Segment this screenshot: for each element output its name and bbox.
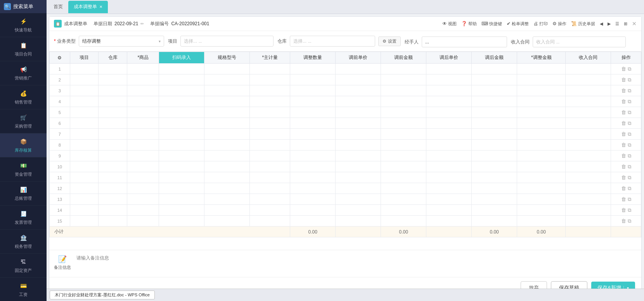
row-4-income[interactable]	[566, 96, 611, 107]
row-14-adj-amount[interactable]	[517, 205, 566, 216]
row-9-after-amount[interactable]	[472, 150, 517, 161]
nav-next-icon[interactable]: ▶	[608, 21, 611, 26]
row-12-before-price[interactable]	[336, 183, 381, 194]
row-13-income[interactable]	[566, 194, 611, 205]
row-7-after-amount[interactable]	[472, 129, 517, 140]
row-2-before-price[interactable]	[336, 74, 381, 85]
row-12-spec[interactable]	[204, 183, 250, 194]
row-11-goods[interactable]	[127, 172, 159, 183]
row-5-project[interactable]	[70, 107, 99, 118]
delete-icon-7[interactable]: 🗑	[621, 131, 626, 137]
copy-icon-6[interactable]: ⧉	[628, 120, 631, 126]
row-2-adj-qty[interactable]	[290, 74, 336, 85]
row-4-goods[interactable]	[127, 96, 159, 107]
row-3-adj-amount[interactable]	[517, 85, 566, 96]
row-6-scan[interactable]	[159, 118, 204, 129]
row-6-before-price[interactable]	[336, 118, 381, 129]
delete-icon-4[interactable]: 🗑	[621, 99, 626, 104]
delete-icon-8[interactable]: 🗑	[621, 142, 626, 148]
row-12-income[interactable]	[566, 183, 611, 194]
row-8-income[interactable]	[566, 140, 611, 150]
row-5-unit[interactable]	[250, 107, 290, 118]
row-4-after-price[interactable]	[426, 96, 472, 107]
row-14-after-price[interactable]	[426, 205, 472, 216]
copy-icon-3[interactable]: ⧉	[628, 88, 631, 94]
row-7-goods[interactable]	[127, 129, 159, 140]
delete-icon-15[interactable]: 🗑	[621, 218, 626, 224]
row-3-income[interactable]	[566, 85, 611, 96]
row-6-before-amount[interactable]	[381, 118, 426, 129]
row-3-after-amount[interactable]	[472, 85, 517, 96]
row-3-scan[interactable]	[159, 85, 204, 96]
row-4-after-amount[interactable]	[472, 96, 517, 107]
row-4-adj-amount[interactable]	[517, 96, 566, 107]
row-1-adj-amount[interactable]	[517, 64, 566, 74]
copy-icon-8[interactable]: ⧉	[628, 142, 631, 148]
settings-button[interactable]: ⚙ 设置	[378, 36, 401, 46]
row-13-unit[interactable]	[250, 194, 290, 205]
row-1-spec[interactable]	[204, 64, 250, 74]
row-6-warehouse[interactable]	[99, 118, 127, 129]
row-3-unit[interactable]	[250, 85, 290, 96]
row-14-after-amount[interactable]	[472, 205, 517, 216]
copy-icon-2[interactable]: ⧉	[628, 77, 631, 83]
row-10-adj-qty[interactable]	[290, 161, 336, 172]
row-4-before-price[interactable]	[336, 96, 381, 107]
row-15-adj-amount[interactable]	[517, 216, 566, 227]
row-4-unit[interactable]	[250, 96, 290, 107]
action-check[interactable]: ✔ 检单调整	[507, 21, 529, 27]
nav-prev-icon[interactable]: ◀	[600, 21, 603, 26]
row-6-goods[interactable]	[127, 118, 159, 129]
sidebar-item-ledger[interactable]: 📊 总账管理	[0, 182, 47, 206]
row-13-scan[interactable]	[159, 194, 204, 205]
row-15-unit[interactable]	[250, 216, 290, 227]
row-8-after-price[interactable]	[426, 140, 472, 150]
row-5-after-price[interactable]	[426, 107, 472, 118]
date-edit-icon[interactable]: ✏	[140, 21, 144, 26]
biz-type-input[interactable]: 结存调整 ▾	[79, 36, 164, 47]
row-7-project[interactable]	[70, 129, 99, 140]
row-15-project[interactable]	[70, 216, 99, 227]
row-5-warehouse[interactable]	[99, 107, 127, 118]
row-9-warehouse[interactable]	[99, 150, 127, 161]
action-history[interactable]: 📜 历史单据	[571, 21, 595, 27]
row-2-after-price[interactable]	[426, 74, 472, 85]
handler-input[interactable]: ...	[422, 36, 507, 47]
row-3-goods[interactable]	[127, 85, 159, 96]
row-5-scan[interactable]	[159, 107, 204, 118]
delete-icon-11[interactable]: 🗑	[621, 175, 626, 180]
copy-icon-9[interactable]: ⧉	[628, 153, 631, 159]
row-11-after-price[interactable]	[426, 172, 472, 183]
row-13-adj-amount[interactable]	[517, 194, 566, 205]
row-15-spec[interactable]	[204, 216, 250, 227]
row-12-after-price[interactable]	[426, 183, 472, 194]
row-10-income[interactable]	[566, 161, 611, 172]
row-13-spec[interactable]	[204, 194, 250, 205]
row-6-adj-amount[interactable]	[517, 118, 566, 129]
row-11-warehouse[interactable]	[99, 172, 127, 183]
taskbar-wps-item[interactable]: 木门行业好业财处理方案-墨红红.doc - WPS Office	[50, 291, 155, 299]
sidebar-item-fixed-assets[interactable]: 🏗 固定资产	[0, 254, 47, 278]
row-6-after-price[interactable]	[426, 118, 472, 129]
sidebar-item-sales-mgmt[interactable]: 💰 销售管理	[0, 85, 47, 109]
row-10-unit[interactable]	[250, 161, 290, 172]
income-contract-input[interactable]: 收入合同 ...	[533, 36, 626, 47]
row-13-before-price[interactable]	[336, 194, 381, 205]
delete-icon-14[interactable]: 🗑	[621, 207, 626, 213]
row-12-unit[interactable]	[250, 183, 290, 194]
row-11-after-amount[interactable]	[472, 172, 517, 183]
row-10-project[interactable]	[70, 161, 99, 172]
row-9-unit[interactable]	[250, 150, 290, 161]
row-9-after-price[interactable]	[426, 150, 472, 161]
row-2-scan[interactable]	[159, 74, 204, 85]
row-15-after-price[interactable]	[426, 216, 472, 227]
copy-icon-14[interactable]: ⧉	[628, 207, 631, 213]
row-7-adj-qty[interactable]	[290, 129, 336, 140]
row-11-project[interactable]	[70, 172, 99, 183]
row-4-spec[interactable]	[204, 96, 250, 107]
row-15-before-amount[interactable]	[381, 216, 426, 227]
row-8-unit[interactable]	[250, 140, 290, 150]
copy-icon-10[interactable]: ⧉	[628, 164, 631, 170]
row-10-after-amount[interactable]	[472, 161, 517, 172]
row-13-after-price[interactable]	[426, 194, 472, 205]
